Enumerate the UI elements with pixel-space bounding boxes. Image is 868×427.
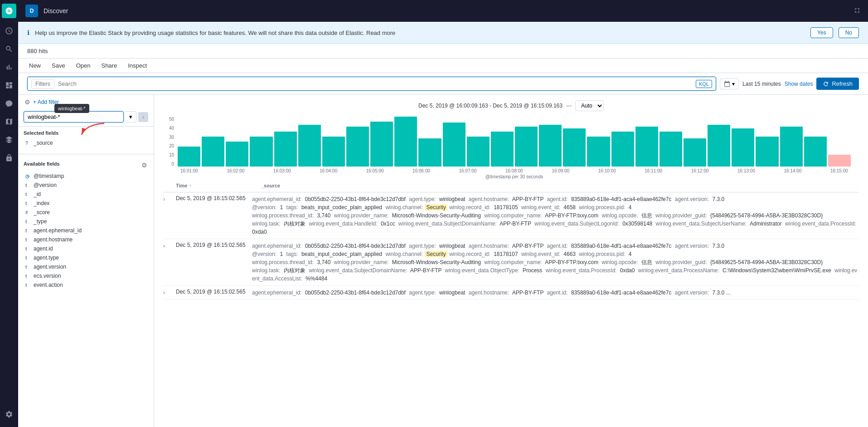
sidebar-item-search[interactable] (0, 40, 18, 58)
row-expand-button[interactable]: › (163, 289, 172, 296)
time-range-label: Last 15 minutes (742, 81, 781, 87)
save-button[interactable]: Save (50, 61, 67, 70)
field-id[interactable]: t _id (24, 190, 148, 199)
topbar: D Discover (18, 0, 868, 22)
chart-bar[interactable] (684, 138, 706, 167)
chart-bar[interactable] (708, 125, 730, 167)
chart-bar[interactable] (250, 137, 272, 167)
histogram-area: Dec 5, 2019 @ 16:00:09.163 - Dec 5, 2019… (154, 95, 868, 179)
left-panel: ⚙ + Add filter ▾ ‹ winlogbeat-* (18, 95, 154, 427)
chart-bar[interactable] (828, 155, 851, 167)
chart-bar[interactable] (274, 132, 297, 167)
calendar-button[interactable]: ▾ (720, 79, 739, 89)
chart-bar[interactable] (732, 128, 754, 167)
col-source-header: _source (261, 183, 859, 188)
table-row: › Dec 5, 2019 @ 16:15:02.565 agent.ephem… (163, 192, 859, 239)
row-expand-button[interactable]: › (163, 195, 172, 202)
index-pattern-tooltip: winlogbeat-* (54, 104, 89, 113)
chart-bar[interactable] (226, 142, 248, 167)
field-type[interactable]: t _type (24, 217, 148, 226)
chart-bar[interactable] (804, 137, 827, 167)
sidebar-item-canvas[interactable] (0, 94, 18, 113)
chart-main: 16:01:0016:02:0016:03:0016:04:0016:05:00… (176, 117, 853, 179)
new-button[interactable]: New (27, 61, 43, 70)
search-container: Filters KQL (27, 77, 716, 91)
field-agent-id[interactable]: t agent.id (24, 244, 148, 253)
sidebar-item-dashboard[interactable] (0, 76, 18, 94)
interval-select[interactable]: Auto (575, 100, 604, 111)
show-dates-button[interactable]: Show dates (785, 81, 813, 87)
chart-y-axis: 50 40 30 20 10 0 (163, 117, 176, 167)
field-version[interactable]: t @version (24, 181, 148, 190)
filters-label[interactable]: Filters (31, 79, 54, 89)
chart-bar[interactable] (587, 137, 610, 167)
chart-bar[interactable] (491, 132, 514, 167)
app-icon: D (25, 5, 38, 17)
chart-bar[interactable] (563, 128, 586, 167)
chart-bar[interactable] (515, 127, 538, 167)
chart-bar[interactable] (539, 125, 562, 167)
row-time: Dec 5, 2019 @ 16:15:02.565 (176, 242, 248, 248)
table-row: › Dec 5, 2019 @ 16:15:02.565 agent.ephem… (163, 239, 859, 286)
field-agent-hostname[interactable]: t agent.hostname (24, 235, 148, 244)
field-timestamp[interactable]: ◷ @timestamp (24, 172, 148, 181)
fullscreen-icon[interactable] (853, 7, 861, 14)
chart-bar[interactable] (467, 137, 490, 167)
sidebar-item-maps[interactable] (0, 113, 18, 131)
sidebar-item-visualize[interactable] (0, 58, 18, 76)
field-index[interactable]: t _index (24, 199, 148, 208)
content-area: ⚙ + Add filter ▾ ‹ winlogbeat-* (18, 95, 868, 427)
chart-bar[interactable] (443, 123, 466, 167)
chart-bar[interactable] (298, 125, 321, 167)
available-fields-title: Available fields (24, 161, 60, 167)
index-pattern-bar: ▾ ‹ winlogbeat-* (18, 108, 154, 127)
sidebar-item-clock[interactable] (0, 22, 18, 40)
field-agent-ephemeral-id[interactable]: t agent.ephemeral_id (24, 226, 148, 235)
row-expand-button[interactable]: › (163, 242, 172, 249)
action-bar: New Save Open Share Inspect (18, 59, 868, 73)
histogram-header: Dec 5, 2019 @ 16:00:09.163 - Dec 5, 2019… (163, 100, 859, 111)
app-logo[interactable] (2, 4, 16, 18)
field-agent-type[interactable]: t agent.type (24, 253, 148, 262)
field-agent-version[interactable]: t agent.version (24, 262, 148, 271)
refresh-button[interactable]: Refresh (816, 78, 859, 90)
available-fields-settings[interactable]: ⚙ (141, 161, 148, 170)
field-score[interactable]: # _score (24, 208, 148, 217)
sidebar-item-security[interactable] (0, 149, 18, 167)
no-button[interactable]: No (839, 27, 859, 38)
chart-bar[interactable] (322, 137, 345, 167)
kql-badge[interactable]: KQL (696, 80, 712, 88)
sidebar-item-ml[interactable] (0, 131, 18, 149)
calendar-icon (724, 81, 730, 87)
chart-bar[interactable] (394, 117, 417, 167)
index-dropdown-button[interactable]: ▾ (126, 111, 136, 123)
panel-settings-button[interactable]: ⚙ (24, 98, 31, 107)
share-button[interactable]: Share (99, 61, 119, 70)
chart-bar[interactable] (346, 127, 369, 167)
banner-text: Help us improve the Elastic Stack by pro… (35, 29, 805, 36)
field-event-action[interactable]: t event.action (24, 280, 148, 290)
hits-count: 880 hits (27, 48, 48, 54)
chart-bar[interactable] (370, 122, 393, 167)
results-area: Time ↑ _source › Dec 5, 2019 @ 16:15:02.… (154, 179, 868, 300)
chart-bar[interactable] (611, 132, 634, 167)
chart-bar[interactable] (418, 138, 441, 167)
collapse-panel-button[interactable]: ‹ (138, 112, 148, 122)
chart-bar[interactable] (756, 137, 778, 167)
field-ecs-version[interactable]: t ecs.version (24, 271, 148, 280)
open-button[interactable]: Open (74, 61, 92, 70)
info-banner: ℹ Help us improve the Elastic Stack by p… (18, 22, 868, 44)
chart-x-axis: 16:01:0016:02:0016:03:0016:04:0016:05:00… (176, 168, 853, 173)
info-icon: ℹ (27, 29, 29, 36)
chart-bar[interactable] (202, 137, 224, 167)
sidebar-item-settings[interactable] (0, 405, 18, 423)
yes-button[interactable]: Yes (810, 27, 833, 38)
chart-bar[interactable] (659, 132, 682, 167)
chart-bar[interactable] (178, 147, 200, 167)
col-time-header[interactable]: Time ↑ (176, 183, 257, 188)
chart-bar[interactable] (635, 127, 658, 167)
inspect-button[interactable]: Inspect (126, 61, 149, 70)
chart-bar[interactable] (780, 127, 803, 167)
row-source: agent.ephemeral_id: 0b055db2-2250-43b1-8… (252, 242, 859, 283)
search-input[interactable] (54, 79, 696, 89)
